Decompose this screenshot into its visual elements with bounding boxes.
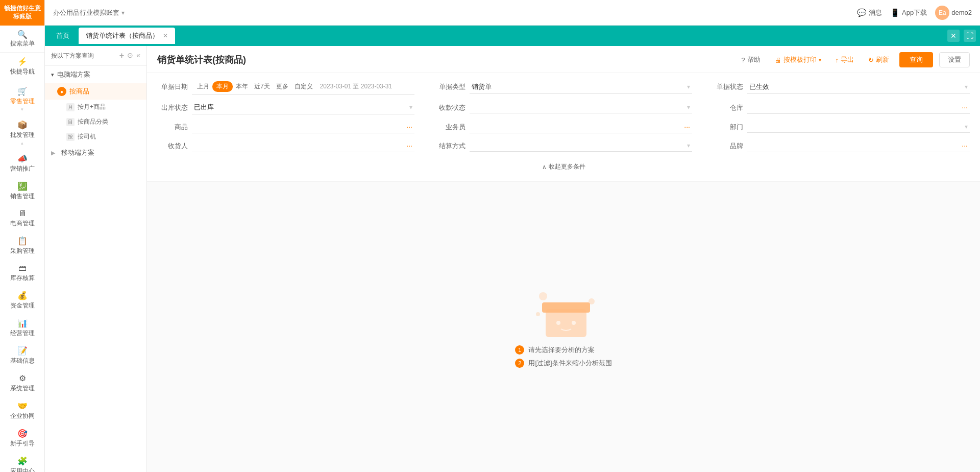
sidebar-item-operations[interactable]: 📊 经营管理 xyxy=(0,314,44,342)
warehouse-ellipsis-btn[interactable]: ··· xyxy=(962,103,968,111)
shortcut-custom[interactable]: 自定义 xyxy=(291,81,316,92)
messages-btn[interactable]: 💬 消息 xyxy=(857,8,882,17)
collapse-label: 收起更多条件 xyxy=(549,162,585,171)
doc-type-control[interactable]: 销货单 ▾ xyxy=(470,80,692,94)
shortcut-current-year[interactable]: 本年 xyxy=(233,81,251,92)
data-area: 1 请先选择要分析的方案 2 用[过滤]条件来缩小分析范围 xyxy=(147,182,980,472)
brand-ellipsis-btn[interactable]: ··· xyxy=(962,141,968,150)
sidebar-item-label-retail: 零售管理 xyxy=(10,97,35,106)
collapse-filter-btn[interactable]: ∧ 收起更多条件 xyxy=(157,158,970,175)
receiver-control[interactable]: ··· xyxy=(192,139,414,152)
page-header: 销货单统计表(按商品) ? 帮助 🖨 按模板打印 ▾ ↑ 导出 xyxy=(147,46,980,73)
app-download-btn[interactable]: 📱 App下载 xyxy=(890,8,927,17)
messages-label: 消息 xyxy=(869,8,882,17)
sidebar-item-system[interactable]: ⚙ 系统管理 xyxy=(0,369,44,397)
tip-num-2: 2 xyxy=(515,359,524,368)
sidebar-quick-nav[interactable]: ⚡ 快捷导航 xyxy=(0,53,44,80)
salesperson-label: 业务员 xyxy=(435,123,465,132)
export-btn[interactable]: ↑ 导出 xyxy=(831,53,859,66)
sidebar-item-wholesale[interactable]: 📦 批发管理 ▴ xyxy=(0,116,44,150)
tree-item-by-product[interactable]: ● 按商品 xyxy=(45,83,146,100)
logo-text: 畅捷信好生意 标账版 xyxy=(4,5,41,20)
shortcut-more[interactable]: 更多 xyxy=(273,81,291,92)
quick-nav-label: 快捷导航 xyxy=(10,67,35,76)
tab-home[interactable]: 首页 xyxy=(49,28,77,44)
topbar-dropdown-arrow[interactable]: ▾ xyxy=(121,9,125,16)
sidebar-item-inventory[interactable]: 🗃 库存核算 xyxy=(0,259,44,287)
payment-status-control[interactable]: ▾ xyxy=(470,102,692,113)
sidebar-item-marketing[interactable]: 📣 营销推广 xyxy=(0,150,44,177)
sidebar-item-purchase[interactable]: 📋 采购管理 xyxy=(0,232,44,259)
doc-status-control[interactable]: 已生效 ▾ xyxy=(747,80,970,94)
warehouse-status-label: 出库状态 xyxy=(157,103,188,112)
salesperson-control[interactable]: ··· xyxy=(470,121,692,133)
filter-item-doc-status: 单据状态 已生效 ▾ xyxy=(713,80,970,94)
section-mobile-header[interactable]: ▶ 移动端方案 xyxy=(45,144,146,161)
sidebar-item-ecommerce[interactable]: 🖥 电商管理 xyxy=(0,205,44,232)
page-title: 销货单统计表(按商品) xyxy=(157,54,246,66)
receiver-ellipsis-btn[interactable]: ··· xyxy=(406,141,412,150)
department-control[interactable]: ▾ xyxy=(747,121,970,133)
section-desktop-header[interactable]: ▾ 电脑端方案 xyxy=(45,66,146,83)
doc-status-dropdown-icon[interactable]: ▾ xyxy=(965,83,968,90)
sidebar-item-app-center[interactable]: 🧩 应用中心 xyxy=(0,452,44,472)
by-warehouse-label: 按司机 xyxy=(78,132,96,141)
sidebar-item-cooperation[interactable]: 🤝 企业协同 xyxy=(0,397,44,424)
shortcut-last-7-days[interactable]: 近7天 xyxy=(251,81,273,92)
svg-point-6 xyxy=(536,312,540,316)
content-area: 按以下方案查询 + ⊙ « ▾ 电脑端方案 ● 按商品 月 按月+ xyxy=(45,46,980,472)
tree-subitem-by-month-product[interactable]: 月 按月+商品 xyxy=(45,100,146,114)
filter-item-brand: 品牌 ··· xyxy=(713,139,970,152)
sidebar-item-finance[interactable]: 💰 资金管理 xyxy=(0,287,44,314)
print-dropdown-arrow[interactable]: ▾ xyxy=(819,57,821,63)
department-dropdown-icon[interactable]: ▾ xyxy=(965,123,968,130)
print-btn[interactable]: 🖨 按模板打印 ▾ xyxy=(771,53,825,66)
print-label: 按模板打印 xyxy=(783,55,817,64)
filter-item-product: 商品 ··· xyxy=(157,121,414,133)
expand-tab-btn[interactable]: ⛶ xyxy=(964,30,976,42)
shortcut-current-month[interactable]: 本月 xyxy=(212,81,233,92)
doc-type-dropdown-icon[interactable]: ▾ xyxy=(687,83,690,90)
search-menu-item[interactable]: 🔍 搜索菜单 xyxy=(0,26,44,53)
tree-subitem-by-warehouse[interactable]: 按 按司机 xyxy=(45,129,146,144)
collapse-panel-btn[interactable]: « xyxy=(136,51,140,60)
settlement-dropdown-icon[interactable]: ▾ xyxy=(687,142,690,149)
payment-status-label: 收款状态 xyxy=(435,103,465,112)
sidebar-item-basic-info[interactable]: 📝 基础信息 xyxy=(0,342,44,369)
settings-scheme-btn[interactable]: ⊙ xyxy=(127,51,133,60)
sidebar-item-sales-mgmt[interactable]: 💹 销售管理 xyxy=(0,177,44,205)
query-button[interactable]: 查询 xyxy=(899,52,933,67)
tab-close-icon[interactable]: ✕ xyxy=(163,32,168,39)
search-menu-label: 搜索菜单 xyxy=(3,39,41,48)
retail-icon: 🛒 xyxy=(17,86,28,96)
brand-control[interactable]: ··· xyxy=(747,139,970,152)
help-btn[interactable]: ? 帮助 xyxy=(737,53,764,66)
tip-num-1: 1 xyxy=(515,345,524,355)
warehouse-status-dropdown-icon[interactable]: ▾ xyxy=(409,104,412,111)
tab-home-label: 首页 xyxy=(56,31,69,40)
warehouse-control[interactable]: ··· xyxy=(747,101,970,114)
product-ellipsis-btn[interactable]: ··· xyxy=(406,123,412,131)
department-label: 部门 xyxy=(713,123,743,132)
minimize-tab-btn[interactable]: ✕ xyxy=(947,30,960,42)
settings-button[interactable]: 设置 xyxy=(939,52,970,67)
tab-sales-stat[interactable]: 销货单统计表（按商品） ✕ xyxy=(79,28,175,44)
sidebar-item-label-inventory: 库存核算 xyxy=(10,274,35,282)
right-content: 销货单统计表(按商品) ? 帮助 🖨 按模板打印 ▾ ↑ 导出 xyxy=(147,46,980,472)
topbar-title: 办公用品行业模拟账套 ▾ xyxy=(53,8,851,17)
user-profile-btn[interactable]: Ea demo2 xyxy=(935,6,972,20)
tip-text-1: 请先选择要分析的方案 xyxy=(528,345,595,355)
refresh-btn[interactable]: ↻ 刷新 xyxy=(864,53,893,66)
warehouse-status-control[interactable]: 已出库 ▾ xyxy=(192,101,414,114)
add-scheme-btn[interactable]: + xyxy=(119,51,124,60)
help-label: 帮助 xyxy=(747,55,761,64)
tree-subitem-by-product-category[interactable]: 目 按商品分类 xyxy=(45,114,146,129)
product-control[interactable]: ··· xyxy=(192,121,414,133)
payment-status-dropdown-icon[interactable]: ▾ xyxy=(687,104,690,111)
settlement-control[interactable]: ▾ xyxy=(470,140,692,152)
salesperson-ellipsis-btn[interactable]: ··· xyxy=(684,123,690,131)
sidebar-item-guide[interactable]: 🎯 新手引导 xyxy=(0,424,44,452)
shortcut-prev-month[interactable]: 上月 xyxy=(194,81,212,92)
svg-rect-0 xyxy=(546,309,586,337)
sidebar-item-retail[interactable]: 🛒 零售管理 ▾ xyxy=(0,82,44,116)
